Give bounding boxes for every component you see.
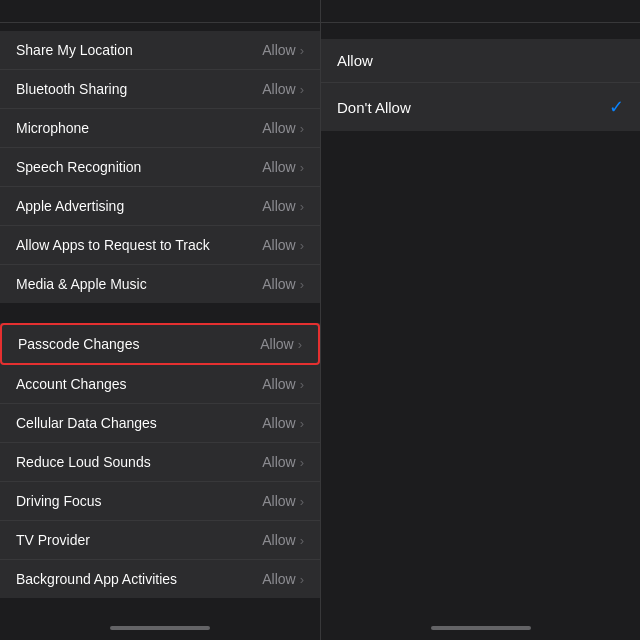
list-item-right: Allow ›: [262, 42, 304, 58]
allow-changes-item-right: Allow ›: [262, 571, 304, 587]
list-item-value: Allow: [262, 159, 295, 175]
list-item-value: Allow: [262, 276, 295, 292]
allow-changes-item-label: Reduce Loud Sounds: [16, 454, 151, 470]
allow-changes-list-group: Passcode Changes Allow › Account Changes…: [0, 323, 320, 598]
chevron-right-icon: ›: [300, 160, 304, 175]
allow-changes-item-right: Allow ›: [262, 454, 304, 470]
list-item-right: Allow ›: [262, 276, 304, 292]
allow-changes-item[interactable]: Driving Focus Allow ›: [0, 482, 320, 521]
list-item-label: Share My Location: [16, 42, 133, 58]
allow-changes-item[interactable]: Background App Activities Allow ›: [0, 560, 320, 598]
list-item-label: Speech Recognition: [16, 159, 141, 175]
right-options-group: Allow Don't Allow ✓: [321, 39, 640, 131]
chevron-right-icon: ›: [298, 337, 302, 352]
list-item[interactable]: Bluetooth Sharing Allow ›: [0, 70, 320, 109]
list-item-label: Apple Advertising: [16, 198, 124, 214]
allow-changes-item-label: Account Changes: [16, 376, 127, 392]
allow-changes-item[interactable]: Account Changes Allow ›: [0, 365, 320, 404]
chevron-right-icon: ›: [300, 533, 304, 548]
right-option-label: Allow: [337, 52, 373, 69]
chevron-right-icon: ›: [300, 377, 304, 392]
chevron-right-icon: ›: [300, 416, 304, 431]
right-content: Allow Don't Allow ✓: [321, 23, 640, 620]
allow-changes-item-right: Allow ›: [260, 336, 302, 352]
allow-changes-item[interactable]: Passcode Changes Allow ›: [0, 323, 320, 365]
allow-changes-item-value: Allow: [262, 454, 295, 470]
left-home-indicator: [0, 620, 320, 640]
allow-changes-item-value: Allow: [262, 376, 295, 392]
list-item-label: Microphone: [16, 120, 89, 136]
allow-changes-item-value: Allow: [262, 493, 295, 509]
list-item-right: Allow ›: [262, 81, 304, 97]
chevron-right-icon: ›: [300, 43, 304, 58]
list-item-value: Allow: [262, 237, 295, 253]
list-item-right: Allow ›: [262, 237, 304, 253]
list-item-value: Allow: [262, 42, 295, 58]
chevron-right-icon: ›: [300, 277, 304, 292]
list-item-label: Bluetooth Sharing: [16, 81, 127, 97]
right-nav-bar: [321, 0, 640, 23]
top-section: Share My Location Allow › Bluetooth Shar…: [0, 31, 320, 303]
list-item[interactable]: Microphone Allow ›: [0, 109, 320, 148]
left-home-bar: [110, 626, 210, 630]
list-item-right: Allow ›: [262, 198, 304, 214]
chevron-right-icon: ›: [300, 238, 304, 253]
allow-changes-item-value: Allow: [260, 336, 293, 352]
list-item-value: Allow: [262, 120, 295, 136]
allow-changes-item-value: Allow: [262, 571, 295, 587]
list-item-value: Allow: [262, 81, 295, 97]
list-item-right: Allow ›: [262, 159, 304, 175]
chevron-right-icon: ›: [300, 455, 304, 470]
top-list-group: Share My Location Allow › Bluetooth Shar…: [0, 31, 320, 303]
list-item-right: Allow ›: [262, 120, 304, 136]
allow-changes-item-right: Allow ›: [262, 415, 304, 431]
right-option-label: Don't Allow: [337, 99, 411, 116]
chevron-right-icon: ›: [300, 494, 304, 509]
chevron-right-icon: ›: [300, 121, 304, 136]
list-item-label: Allow Apps to Request to Track: [16, 237, 210, 253]
allow-changes-item-right: Allow ›: [262, 493, 304, 509]
checkmark-icon: ✓: [609, 96, 624, 118]
list-item[interactable]: Media & Apple Music Allow ›: [0, 265, 320, 303]
allow-changes-label: [0, 311, 320, 323]
right-panel: Allow Don't Allow ✓: [320, 0, 640, 640]
list-item-value: Allow: [262, 198, 295, 214]
allow-changes-item-value: Allow: [262, 532, 295, 548]
allow-changes-section: Passcode Changes Allow › Account Changes…: [0, 311, 320, 598]
allow-changes-item-right: Allow ›: [262, 376, 304, 392]
allow-changes-item-value: Allow: [262, 415, 295, 431]
list-item[interactable]: Apple Advertising Allow ›: [0, 187, 320, 226]
list-item[interactable]: Share My Location Allow ›: [0, 31, 320, 70]
right-home-indicator: [321, 620, 640, 640]
list-item[interactable]: Allow Apps to Request to Track Allow ›: [0, 226, 320, 265]
chevron-right-icon: ›: [300, 82, 304, 97]
allow-changes-item-label: TV Provider: [16, 532, 90, 548]
allow-changes-item[interactable]: Reduce Loud Sounds Allow ›: [0, 443, 320, 482]
allow-changes-item-label: Background App Activities: [16, 571, 177, 587]
chevron-right-icon: ›: [300, 199, 304, 214]
list-item[interactable]: Speech Recognition Allow ›: [0, 148, 320, 187]
allow-changes-item-right: Allow ›: [262, 532, 304, 548]
allow-changes-item[interactable]: TV Provider Allow ›: [0, 521, 320, 560]
allow-changes-item-label: Cellular Data Changes: [16, 415, 157, 431]
list-item-label: Media & Apple Music: [16, 276, 147, 292]
allow-changes-item-label: Driving Focus: [16, 493, 102, 509]
right-option-item[interactable]: Allow: [321, 39, 640, 83]
right-option-item[interactable]: Don't Allow ✓: [321, 83, 640, 131]
right-home-bar: [431, 626, 531, 630]
left-panel: Share My Location Allow › Bluetooth Shar…: [0, 0, 320, 640]
left-scroll-area: Share My Location Allow › Bluetooth Shar…: [0, 23, 320, 620]
chevron-right-icon: ›: [300, 572, 304, 587]
left-nav-bar: [0, 0, 320, 23]
allow-changes-item-label: Passcode Changes: [18, 336, 139, 352]
allow-changes-item[interactable]: Cellular Data Changes Allow ›: [0, 404, 320, 443]
